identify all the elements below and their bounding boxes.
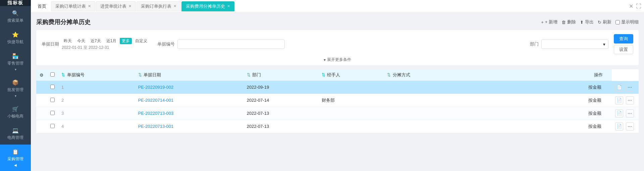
wholesale-arrow-icon: ▾ (15, 94, 16, 98)
settings-button[interactable]: 设置 (614, 45, 633, 54)
shortcut-1month[interactable]: 近1月 (104, 38, 119, 44)
sidebar-item-search[interactable]: 🔍 搜索菜单 (0, 6, 31, 27)
row4-doc-date: 2022-07-13 (244, 120, 318, 133)
row4-num: 4 (58, 120, 135, 133)
row3-view-btn[interactable]: 📄 (615, 109, 623, 117)
tab-purchase-order-exec[interactable]: 采购订单执行表 ✕ (137, 1, 181, 11)
row3-doc-no[interactable]: PE-20220713-003 (135, 107, 244, 120)
dept-label: 部门 (530, 41, 539, 47)
sidebar-item-nav[interactable]: ⭐ 快捷导航 (0, 27, 31, 49)
row1-view-btn[interactable]: 📄 (615, 83, 623, 91)
tab-purchase-order-stats-close[interactable]: ✕ (88, 4, 91, 8)
filter-right: 查询 设置 (614, 34, 633, 54)
col-handler[interactable]: ⇅ 经手人 (318, 69, 384, 81)
sidebar-logo: 指标板 (0, 0, 31, 6)
row1-more-btn[interactable]: ⋯ (626, 83, 634, 91)
col-split-method[interactable]: ⇅ 分摊方式 (384, 69, 585, 81)
tab-home[interactable]: 首页 (34, 1, 50, 11)
row4-doc-no-link: PE-20220713-001 (138, 124, 174, 129)
minimize-icon[interactable]: ✕ (629, 3, 633, 9)
sidebar-item-wholesale-label: 批发管理 (7, 87, 23, 93)
row2-more-btn[interactable]: ⋯ (626, 96, 634, 104)
row3-checkbox[interactable] (50, 111, 55, 115)
row4-more-btn[interactable]: ⋯ (626, 122, 634, 131)
doc-no-sort-icon: ⇅ (61, 72, 65, 77)
sidebar-item-ecom[interactable]: 💻 电商管理 (0, 123, 31, 145)
doc-date-sort-icon: ⇅ (138, 72, 142, 77)
row3-dept (318, 107, 384, 120)
row2-doc-no-link: PE-20220714-001 (138, 98, 174, 103)
row2-gear (36, 94, 47, 107)
export-button[interactable]: ⬆ 导出 (580, 19, 594, 25)
select-all-checkbox[interactable] (50, 72, 55, 77)
filter-dept-item: 部门 ▾ (530, 38, 608, 51)
tab-purchase-order-stats-label: 采购订单统计表 (55, 3, 86, 9)
table-row: 4 PE-20220713-001 2022-07-13 按金额 📄 ⋯ (36, 120, 639, 133)
row2-doc-no[interactable]: PE-20220714-001 (135, 94, 244, 107)
content-area: 采购费用分摊单历史 + + 新增 🗑 删除 ⬆ 导出 ↻ 刷新 (31, 13, 644, 171)
add-button[interactable]: + + 新增 (541, 19, 557, 25)
expand-more[interactable]: ▾ 展开更多条件 (42, 57, 633, 63)
tab-purchase-order-stats[interactable]: 采购订单统计表 ✕ (51, 1, 95, 11)
row4-dept (318, 120, 384, 133)
page-title: 采购费用分摊单历史 (36, 18, 91, 26)
show-detail-checkbox[interactable] (615, 20, 620, 24)
row4-view-btn[interactable]: 📄 (615, 122, 623, 131)
retail-icon: 🏪 (12, 53, 19, 59)
row2-check (47, 94, 58, 107)
sidebar-item-nav-label: 快捷导航 (7, 39, 23, 45)
shortcut-today[interactable]: 今天 (75, 38, 87, 44)
row3-split-method: 按金额 (585, 107, 612, 120)
tab-actions: ✕ ⛶ (629, 3, 641, 9)
row4-doc-no[interactable]: PE-20220713-001 (135, 120, 244, 133)
tab-goods-stats[interactable]: 进货单统计表 ✕ (96, 1, 136, 11)
delete-label: 删除 (567, 19, 576, 25)
main-area: 首页 采购订单统计表 ✕ 进货单统计表 ✕ 采购订单执行表 ✕ 采购费用分摊单历… (31, 0, 644, 171)
date-range-display: 2022-01-01 至 2022-12-31 (62, 45, 149, 51)
row2-view-btn[interactable]: 📄 (615, 96, 623, 104)
row2-checkbox[interactable] (50, 98, 55, 102)
row3-gear (36, 107, 47, 120)
row4-check (47, 120, 58, 133)
page-header: 采购费用分摊单历史 + + 新增 🗑 删除 ⬆ 导出 ↻ 刷新 (36, 18, 639, 26)
tab-cost-alloc-history-close[interactable]: ✕ (227, 4, 230, 8)
sidebar-item-wholesale[interactable]: 📦 批发管理 ▾ (0, 75, 31, 102)
refresh-button[interactable]: ↻ 刷新 (598, 19, 611, 25)
row4-op: 📄 ⋯ (612, 120, 639, 133)
tab-cost-alloc-history[interactable]: 采购费用分摊单历史 ✕ (181, 1, 234, 11)
show-detail-checkbox-label[interactable]: 显示明细 (615, 19, 639, 25)
row1-doc-no[interactable]: PE-20220919-002 (135, 81, 244, 94)
query-button[interactable]: 查询 (614, 34, 633, 44)
tab-purchase-order-exec-close[interactable]: ✕ (173, 4, 176, 8)
delete-button[interactable]: 🗑 删除 (561, 19, 576, 25)
sidebar-item-ecom-small[interactable]: 🛒 小畅电商 (0, 102, 31, 123)
row1-doc-date: 2022-09-19 (244, 81, 318, 94)
dept-select[interactable]: ▾ (541, 39, 608, 49)
row4-checkbox[interactable] (50, 124, 55, 128)
tabs-bar: 首页 采购订单统计表 ✕ 进货单统计表 ✕ 采购订单执行表 ✕ 采购费用分摊单历… (31, 0, 644, 13)
table-row: 1 PE-20220919-002 2022-09-19 按金额 📄 ⋯ (36, 81, 639, 94)
maximize-icon[interactable]: ⛶ (636, 3, 641, 9)
shortcut-custom[interactable]: 自定义 (133, 38, 149, 44)
sidebar-item-purchase[interactable]: 📋 采购管理 ◀ (0, 145, 31, 171)
tab-cost-alloc-history-label: 采购费用分摊单历史 (186, 3, 225, 9)
col-doc-date[interactable]: ⇅ 单据日期 (135, 69, 244, 81)
docno-input[interactable] (177, 39, 285, 49)
col-doc-no[interactable]: ⇅ 单据编号 (58, 69, 135, 81)
col-dept[interactable]: ⇅ 部门 (244, 69, 318, 81)
col-op: 操作 (585, 69, 612, 81)
row1-checkbox[interactable] (50, 85, 55, 89)
search-icon: 🔍 (12, 10, 19, 16)
shortcut-yesterday[interactable]: 昨天 (62, 38, 74, 44)
shortcut-more[interactable]: 更多 (120, 38, 132, 44)
tab-goods-stats-close[interactable]: ✕ (128, 4, 131, 8)
row1-dept (318, 81, 384, 94)
shortcut-7days[interactable]: 近7天 (89, 38, 103, 44)
sidebar: 指标板 🔍 搜索菜单 ⭐ 快捷导航 🏪 零售管理 ▾ 📦 批发管理 ▾ 🛒 小畅… (0, 0, 31, 171)
tab-home-label: 首页 (38, 3, 46, 9)
row3-more-btn[interactable]: ⋯ (626, 109, 634, 117)
row1-gear (36, 81, 47, 94)
refresh-label: 刷新 (603, 19, 611, 25)
sidebar-item-retail[interactable]: 🏪 零售管理 ▾ (0, 49, 31, 75)
col-gear[interactable]: ⚙ (36, 69, 47, 81)
